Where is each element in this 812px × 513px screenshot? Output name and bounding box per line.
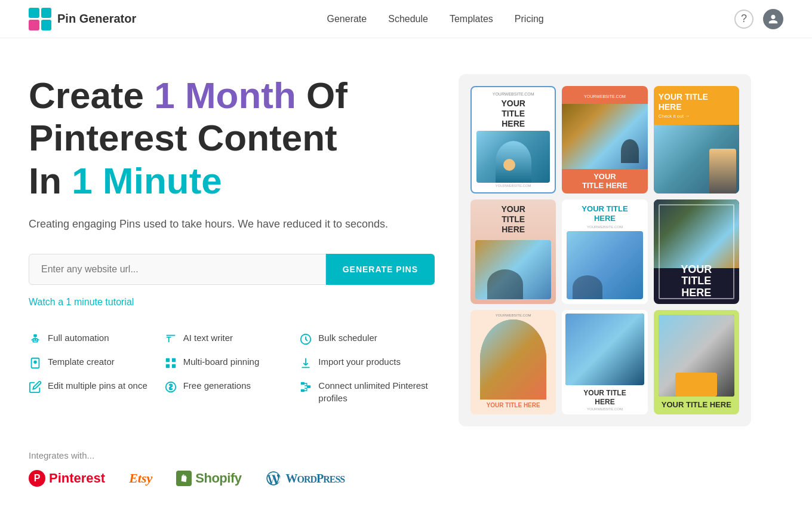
pin1-site2: YOURWEBSITE.COM bbox=[496, 184, 531, 188]
feature-ai-text-label: AI text writer bbox=[183, 331, 233, 344]
nav-schedule[interactable]: Schedule bbox=[388, 14, 428, 24]
user-button[interactable] bbox=[763, 9, 783, 29]
etsy-logo: Etsy bbox=[129, 471, 152, 486]
svg-rect-12 bbox=[171, 358, 175, 362]
pin1-image bbox=[476, 131, 550, 183]
feature-full-automation: Full automation bbox=[29, 331, 164, 346]
pin-card-6: YOURTITLEHERE bbox=[654, 199, 739, 304]
pin-card-4: YOURTITLEHERE bbox=[470, 199, 556, 304]
pin3-title-area: YOUR TITLEHERE Check it out → bbox=[654, 86, 739, 125]
templates-preview: YOURWEBSITE.COM YOURTITLEHERE YOURWEBSIT… bbox=[459, 74, 751, 426]
feature-edit-multiple-text: Edit multiple pins at once bbox=[48, 379, 147, 392]
pin-card-9: YOUR TITLE HERE bbox=[654, 310, 739, 414]
pin2-header-text: YOURWEBSITE.COM bbox=[584, 94, 626, 99]
pin2-title: YOURTITLE HERE bbox=[562, 169, 647, 193]
logo-icon bbox=[29, 8, 51, 30]
pin8-image bbox=[565, 314, 644, 385]
pin-card-2: YOURWEBSITE.COM YOURTITLE HERE bbox=[562, 86, 647, 193]
svg-line-6 bbox=[32, 339, 33, 340]
hero-title: Create 1 Month OfPinterest ContentIn 1 M… bbox=[29, 74, 435, 202]
pins-grid: YOURWEBSITE.COM YOURTITLEHERE YOURWEBSIT… bbox=[470, 86, 739, 414]
hero-input-row: GENERATE PINS bbox=[29, 254, 435, 285]
download-icon bbox=[299, 357, 312, 370]
pin-card-3: YOUR TITLEHERE Check it out → bbox=[654, 86, 739, 193]
pin3-image bbox=[654, 125, 739, 193]
pin1-title: YOURTITLEHERE bbox=[476, 99, 550, 128]
feature-template-creator: Template creator bbox=[29, 355, 164, 370]
svg-text:T: T bbox=[166, 334, 171, 343]
feature-free-generations-text: Free generations bbox=[183, 379, 251, 392]
nav-generate[interactable]: Generate bbox=[327, 14, 367, 24]
pin7-image bbox=[480, 320, 546, 400]
grid-icon bbox=[164, 357, 177, 370]
url-input[interactable] bbox=[29, 254, 326, 285]
connect-icon bbox=[299, 380, 312, 394]
hero-subtitle: Creating engaging Pins used to take hour… bbox=[29, 216, 435, 232]
generate-button[interactable]: GENERATE PINS bbox=[326, 254, 435, 285]
pin-card-5: YOUR TITLEHERE YOURWEBSITE.COM bbox=[562, 199, 647, 304]
nav-right: ? bbox=[734, 9, 783, 29]
shopify-logo: Shopify bbox=[176, 471, 241, 486]
wordpress-logo: WORDPRESS bbox=[265, 470, 345, 487]
svg-rect-13 bbox=[165, 364, 169, 368]
help-button[interactable]: ? bbox=[734, 10, 753, 29]
svg-rect-0 bbox=[32, 338, 38, 342]
nav-templates[interactable]: Templates bbox=[450, 14, 493, 24]
pin1-site: YOURWEBSITE.COM bbox=[476, 92, 550, 96]
logo[interactable]: Pin Generator bbox=[29, 8, 136, 30]
integrations-section: Integrates with... P Pinterest Etsy Shop… bbox=[0, 450, 812, 511]
wordpress-label: WORDPRESS bbox=[285, 472, 345, 486]
svg-rect-14 bbox=[171, 364, 175, 368]
wordpress-icon bbox=[265, 470, 282, 487]
nav-pricing[interactable]: Pricing bbox=[515, 14, 544, 24]
svg-rect-11 bbox=[165, 358, 169, 362]
hero-accent1: 1 Month bbox=[154, 75, 296, 116]
hero-title-part1: Create bbox=[29, 75, 154, 116]
feature-import-products: Import your products bbox=[299, 355, 435, 370]
pin3-subtitle: Check it out → bbox=[659, 113, 734, 119]
pin8-title: YOUR TITLEHERE bbox=[565, 389, 644, 406]
pin7-title: YOUR TITLE HERE bbox=[476, 402, 550, 408]
pin9-title: YOUR TITLE HERE bbox=[659, 400, 734, 410]
pin6-title: YOURTITLEHERE bbox=[681, 264, 712, 299]
pin4-image bbox=[475, 240, 551, 299]
feature-import-products-text: Import your products bbox=[318, 355, 401, 368]
robot-icon bbox=[29, 333, 42, 346]
pin1-top: YOURWEBSITE.COM YOURTITLEHERE bbox=[476, 92, 550, 131]
pin2-title-text: YOURTITLE HERE bbox=[564, 173, 645, 190]
svg-rect-1 bbox=[33, 334, 37, 337]
integrations-label: Integrates with... bbox=[29, 450, 783, 460]
feature-free-generations: Free generations bbox=[164, 379, 300, 404]
integrations-logos: P Pinterest Etsy Shopify WORDPRESS bbox=[29, 470, 783, 487]
pin4-title: YOURTITLEHERE bbox=[501, 204, 525, 234]
feature-bulk-scheduler: Bulk scheduler bbox=[299, 331, 435, 346]
svg-point-4 bbox=[36, 339, 37, 340]
feature-connect-profiles-text: Connect unlimited Pinterest profiles bbox=[318, 379, 435, 404]
pin9-image bbox=[659, 315, 734, 397]
svg-line-7 bbox=[38, 339, 39, 340]
pin8-site: YOURWEBSITE.COM bbox=[565, 407, 644, 411]
text-writer-icon: T bbox=[164, 333, 177, 346]
shopify-label: Shopify bbox=[195, 471, 241, 486]
svg-rect-5 bbox=[33, 341, 37, 342]
hero-section: Create 1 Month OfPinterest ContentIn 1 M… bbox=[0, 38, 812, 450]
tutorial-link[interactable]: Watch a 1 minute tutorial bbox=[29, 297, 134, 308]
pin5-site: YOURWEBSITE.COM bbox=[567, 225, 642, 229]
pin2-image bbox=[562, 104, 647, 169]
navbar: Pin Generator Generate Schedule Template… bbox=[0, 0, 812, 38]
pin7-footer: YOUR TITLE HERE bbox=[474, 400, 552, 411]
dollar-icon bbox=[164, 380, 177, 394]
hero-accent2: 1 Minute bbox=[72, 160, 222, 201]
feature-template-creator-text: Template creator bbox=[48, 355, 115, 368]
clock-icon bbox=[299, 333, 312, 346]
svg-rect-18 bbox=[307, 385, 310, 388]
pinterest-icon: P bbox=[29, 470, 45, 487]
pinterest-label: Pinterest bbox=[49, 471, 105, 486]
feature-multi-board-text: Multi-board pinning bbox=[183, 355, 260, 368]
feature-ai-text: T AI text writer bbox=[164, 331, 300, 346]
svg-rect-17 bbox=[301, 389, 304, 392]
etsy-label: Etsy bbox=[129, 471, 152, 486]
pin3-title-text: YOUR TITLEHERE bbox=[659, 92, 734, 112]
pin-card-8: YOUR TITLEHERE YOURWEBSITE.COM bbox=[562, 310, 647, 414]
svg-point-3 bbox=[33, 339, 35, 340]
